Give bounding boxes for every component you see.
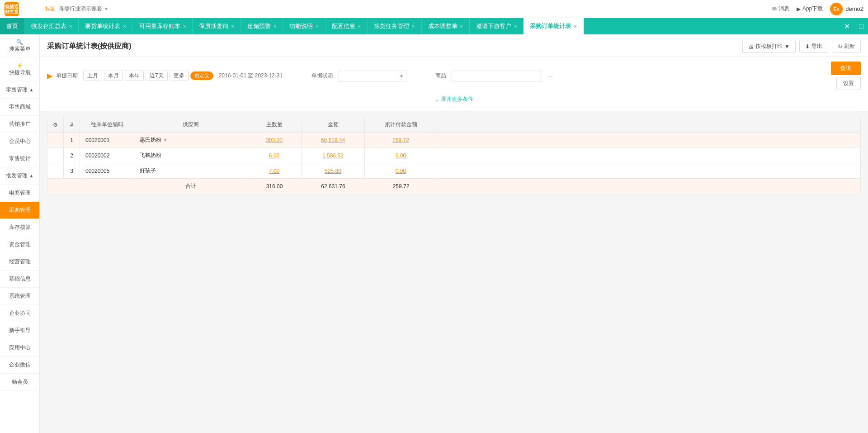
sidebar-item-inventory[interactable]: 库存核算 xyxy=(0,219,39,236)
sidebar-item-corp-collab[interactable]: 企业协同 xyxy=(0,305,39,322)
nav-tab-8[interactable]: 拣货任务管理 × xyxy=(368,18,421,34)
settings-btn[interactable]: 设置 xyxy=(836,77,861,90)
th-settings[interactable]: ⚙ xyxy=(47,117,64,133)
th-no: # xyxy=(64,117,80,133)
goods-more-icon[interactable]: ··· xyxy=(547,72,553,80)
row-1-qty[interactable]: 303.00 xyxy=(247,133,302,148)
nav-tab-5-close-icon[interactable]: × xyxy=(274,24,276,29)
status-select[interactable] xyxy=(339,71,406,81)
nav-tab-3-close-icon[interactable]: × xyxy=(183,24,186,29)
nav-tab-6-close-icon[interactable]: × xyxy=(316,24,318,29)
row-1-expand-icon[interactable]: ▼ xyxy=(163,137,168,143)
row-1-no: 1 xyxy=(64,133,80,148)
workspace-selector[interactable]: 母婴行业演示账套 ▼ xyxy=(55,5,112,13)
filter-collapse-btn[interactable]: ▶ xyxy=(47,71,52,80)
nav-tab-11-label: 采购订单统计表 xyxy=(530,22,571,30)
table-row: 3 00020005 好孩子 7.00 525.80 0.00 xyxy=(47,163,861,179)
sidebar-search[interactable]: 🔍 搜索菜单 xyxy=(0,34,39,58)
message-label: 消息 xyxy=(778,5,789,13)
export-btn[interactable]: ⬇ 导出 xyxy=(799,40,828,53)
row-1-amount[interactable]: 60,519.44 xyxy=(302,133,365,148)
sidebar-retail-shop-label: 零售商城 xyxy=(9,104,31,110)
sidebar-item-member[interactable]: 会员中心 xyxy=(0,133,39,150)
nav-close-btn[interactable]: ✕ xyxy=(840,18,854,34)
sidebar-item-marketing[interactable]: 营销推广 xyxy=(0,116,39,133)
nav-tab-2-label: 要货单统计表 xyxy=(85,22,120,30)
expand-label: 展开更多条件 xyxy=(441,95,473,103)
row-3-qty[interactable]: 7.00 xyxy=(247,163,302,179)
nav-tab-11[interactable]: 采购订单统计表 × xyxy=(524,18,583,34)
sidebar-item-purchase[interactable]: 采购管理 xyxy=(0,202,39,219)
nav-tab-8-close-icon[interactable]: × xyxy=(412,24,415,29)
table-header: ⚙ # 往来单位编码 供应商 主数量 金额 累计付款金额 xyxy=(47,117,861,133)
message-btn[interactable]: ✉ 消息 xyxy=(772,5,789,13)
expand-icon: ⌄ xyxy=(434,96,439,103)
row-3-no: 3 xyxy=(64,163,80,179)
row-2-amount[interactable]: 1,586.52 xyxy=(302,148,365,163)
sidebar-item-retail-shop[interactable]: 零售商城 xyxy=(0,99,39,116)
nav-tab-7-label: 配置信息 xyxy=(332,22,355,30)
goods-input[interactable] xyxy=(452,71,542,81)
sidebar-item-system[interactable]: 系统管理 xyxy=(0,288,39,305)
row-3-code: 00020005 xyxy=(80,163,134,179)
row-2-qty[interactable]: 6.00 xyxy=(247,148,302,163)
nav-tab-4-label: 保质期查询 xyxy=(199,22,228,30)
nav-tab-2-close-icon[interactable]: × xyxy=(123,24,126,29)
nav-tab-9-close-icon[interactable]: × xyxy=(460,24,463,29)
date-btn-last-month[interactable]: 上月 xyxy=(83,71,102,81)
app-download-btn[interactable]: ▶ App下载 xyxy=(797,5,823,13)
top-bar-right: ✉ 消息 ▶ App下载 Ea demo2 xyxy=(772,3,863,15)
print-icon: 🖨 xyxy=(748,43,754,50)
query-btn[interactable]: 查询 xyxy=(831,62,861,75)
refresh-btn[interactable]: ↻ 刷新 xyxy=(832,40,861,53)
nav-tab-home[interactable]: 首页 xyxy=(0,18,25,34)
sidebar-item-wholesale[interactable]: 批发管理 ▲ xyxy=(0,167,39,185)
nav-maximize-btn[interactable]: □ xyxy=(854,18,868,34)
nav-tab-2[interactable]: 要货单统计表 × xyxy=(79,18,132,34)
row-3-paid[interactable]: 0.00 xyxy=(365,163,437,179)
print-btn-label: 按模板打印 xyxy=(755,43,783,50)
nav-tab-1[interactable]: 收发存汇总表 × xyxy=(25,18,79,34)
user-area[interactable]: Ea demo2 xyxy=(830,3,863,15)
print-dropdown-icon: ▼ xyxy=(784,43,790,50)
nav-tab-6[interactable]: 功能说明 × xyxy=(283,18,325,34)
nav-tab-9[interactable]: 成本调整单 × xyxy=(422,18,470,34)
row-2-paid[interactable]: 0.00 xyxy=(365,148,437,163)
expand-conditions-btn[interactable]: ⌄ 展开更多条件 xyxy=(434,95,473,103)
filter-expand-row: ⌄ 展开更多条件 xyxy=(47,93,861,106)
sidebar-item-new-guide[interactable]: 新手引导 xyxy=(0,322,39,339)
nav-tab-3[interactable]: 可用量库存账本 × xyxy=(133,18,193,34)
nav-tab-10[interactable]: 邀请下游客户 × xyxy=(470,18,524,34)
date-btn-this-month[interactable]: 本月 xyxy=(104,71,123,81)
nav-tab-7[interactable]: 配置信息 × xyxy=(326,18,368,34)
sidebar-item-retail-stat[interactable]: 零售统计 xyxy=(0,150,39,167)
quicknav-icon: ⚡ xyxy=(16,62,23,69)
sidebar-item-basic-info[interactable]: 基础信息 xyxy=(0,271,39,288)
nav-tab-10-close-icon[interactable]: × xyxy=(514,24,517,29)
nav-tab-4[interactable]: 保质期查询 × xyxy=(193,18,241,34)
sidebar-item-ecommerce[interactable]: 电商管理 xyxy=(0,185,39,202)
logo-area: 畅捷通好生意 xyxy=(5,2,44,16)
date-btn-7days[interactable]: 近7天 xyxy=(146,71,168,81)
nav-tab-11-close-icon[interactable]: × xyxy=(574,24,576,29)
nav-right-buttons: ✕ □ xyxy=(840,18,868,34)
sidebar-item-member-vip[interactable]: 畅会员 xyxy=(0,374,39,391)
sidebar-item-operations[interactable]: 经营管理 xyxy=(0,253,39,271)
row-3-amount[interactable]: 525.80 xyxy=(302,163,365,179)
nav-tab-4-close-icon[interactable]: × xyxy=(231,24,234,29)
nav-tab-1-label: 收发存汇总表 xyxy=(31,22,66,30)
sidebar-item-app-center[interactable]: 应用中心 xyxy=(0,339,39,357)
workspace-arrow-icon: ▼ xyxy=(104,6,108,11)
date-btn-more[interactable]: 更多 xyxy=(170,71,189,81)
nav-tab-7-close-icon[interactable]: × xyxy=(358,24,361,29)
date-btn-this-year[interactable]: 本年 xyxy=(125,71,144,81)
sidebar-item-corp-wechat[interactable]: 企业微信 xyxy=(0,357,39,374)
nav-tab-5[interactable]: 超储预警 × xyxy=(241,18,283,34)
sidebar-item-finance[interactable]: 资金管理 xyxy=(0,236,39,253)
sidebar-item-retail-mgmt[interactable]: 零售管理 ▲ xyxy=(0,81,39,99)
nav-tab-1-close-icon[interactable]: × xyxy=(69,24,72,29)
sidebar-quicknav[interactable]: ⚡ 快捷导航 xyxy=(0,58,39,81)
row-1-paid[interactable]: 259.72 xyxy=(365,133,437,148)
print-btn[interactable]: 🖨 按模板打印 ▼ xyxy=(742,40,796,53)
footer-paid: 259.72 xyxy=(365,183,437,190)
